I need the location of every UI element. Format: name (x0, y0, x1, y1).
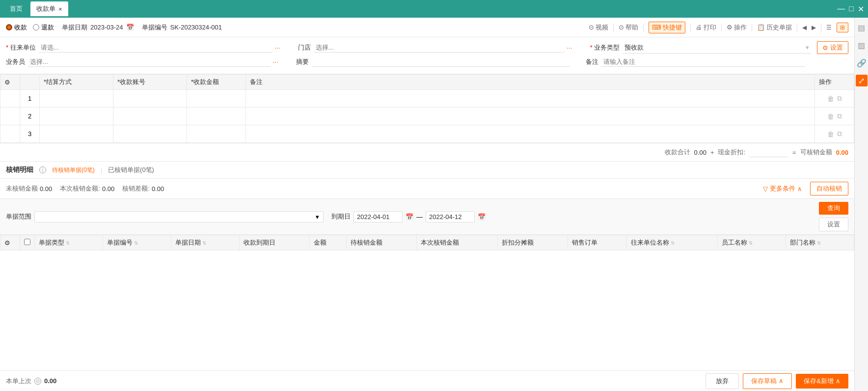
table-cell-amount-1[interactable] (187, 90, 246, 108)
wo-doctype-header[interactable]: 单据类型 (35, 235, 103, 251)
business-type-arrow-icon: ▾ (806, 44, 809, 51)
save-draft-button[interactable]: 保存草稿 ∧ (743, 373, 792, 389)
right-panel-icon-3[interactable]: 🔗 (856, 57, 868, 69)
layout-icon1[interactable]: ☰ (826, 24, 832, 31)
table-cell-remark-1[interactable] (246, 90, 815, 108)
form-settings-button[interactable]: ⚙ 设置 (817, 41, 848, 54)
table-cell-remark-2[interactable] (246, 108, 815, 125)
calendar-from-icon[interactable]: 📅 (406, 213, 413, 221)
table-cell-account-1[interactable] (113, 90, 187, 108)
counterparty-input[interactable] (39, 43, 273, 53)
right-panel-icon-1[interactable]: ▤ (856, 22, 868, 33)
next-icon[interactable]: ▶ (812, 24, 816, 31)
wo-dept-header[interactable]: 部门名称 (786, 235, 854, 251)
radio-receive[interactable]: 收款 (6, 23, 27, 32)
remark-input[interactable] (601, 57, 805, 67)
counterparty-more-icon[interactable]: ··· (272, 44, 282, 52)
table-cell-amount-2[interactable] (187, 108, 246, 125)
pending-writeoff-tab[interactable]: 待核销单据(0笔) (52, 166, 95, 174)
right-panel-icon-4[interactable]: ⤢ (856, 75, 868, 86)
select-all-checkbox[interactable] (24, 239, 30, 245)
staff-input[interactable] (28, 57, 271, 67)
current-stat: 本次核销金额: 0.00 (60, 184, 114, 193)
chevron-up-icon: ∧ (797, 185, 802, 193)
doc-type-radio: 收款 退款 (6, 23, 54, 32)
doc-range-label: 单据范围 (6, 212, 31, 221)
delete-row-icon[interactable]: 🗑 (827, 95, 834, 103)
net-value: 0.00 (836, 149, 848, 156)
table-cell-settle-2[interactable] (40, 108, 113, 125)
prev-next-info-icon[interactable]: ⊙ (34, 378, 41, 385)
business-type-select[interactable]: 预收款 ▾ (623, 42, 811, 54)
print-link[interactable]: 🖨 打印 (696, 23, 716, 32)
video-link[interactable]: ⊙ 视频 (589, 23, 608, 32)
more-conditions-link[interactable]: ▽ 更多条件 ∧ (763, 184, 802, 193)
filter-setting-button[interactable]: 设置 (819, 218, 848, 231)
copy-row-icon[interactable]: ⧉ (837, 94, 842, 103)
diff-value: 0.00 (152, 185, 164, 193)
table-cell-account-2[interactable] (113, 108, 187, 125)
help-link[interactable]: ⊙ 帮助 (619, 23, 638, 32)
toolbar-right-actions: ⊙ 视频 ⊙ 帮助 ⌨ 快捷键 🖨 打印 (589, 22, 848, 33)
counterparty-label: * 往来单位 (6, 43, 39, 52)
history-link[interactable]: 📋 历史单据 (757, 23, 792, 32)
net-label: 可核销金额 (800, 148, 832, 157)
window-max-icon[interactable]: □ (849, 4, 854, 13)
writeoff-info-icon[interactable]: i (39, 167, 46, 173)
help-icon: ⊙ (619, 24, 624, 31)
unwritten-label: 未核销金额 (6, 184, 38, 193)
doc-range-select[interactable]: ▾ (34, 211, 324, 223)
table-gear-header[interactable]: ⚙ (0, 75, 20, 90)
radio-refund[interactable]: 退款 (33, 23, 54, 32)
table-cell-settle-3[interactable] (40, 125, 113, 143)
window-min-icon[interactable]: — (837, 4, 845, 13)
save-new-arrow-icon: ∧ (836, 377, 841, 385)
delete-row-3-icon[interactable]: 🗑 (827, 130, 834, 138)
date-from-input[interactable] (353, 211, 403, 223)
staff-more-icon[interactable]: ··· (271, 58, 280, 66)
active-tab[interactable]: 收款单 × (30, 1, 68, 16)
close-tab-icon[interactable]: × (58, 5, 62, 13)
delete-row-2-icon[interactable]: 🗑 (827, 112, 834, 120)
table-action-header: 操作 (815, 75, 854, 90)
sum-label: 收款合计 (665, 148, 690, 157)
summary-input[interactable] (312, 57, 570, 67)
operations-icon: ⚙ (727, 24, 732, 31)
calendar-icon[interactable]: 📅 (126, 24, 134, 31)
operations-link[interactable]: ⚙ 操作 (727, 23, 747, 32)
prev-icon[interactable]: ◀ (802, 24, 807, 31)
auto-writeoff-button[interactable]: 自动核销 (810, 182, 848, 196)
wo-amount-header: 金额 (309, 235, 346, 251)
wo-staff-header[interactable]: 员工名称 (717, 235, 786, 251)
discount-input[interactable] (749, 147, 788, 157)
right-panel-icon-2[interactable]: ▨ (856, 39, 868, 51)
home-tab[interactable]: 首页 (4, 1, 28, 16)
table-cell-settle-1[interactable] (40, 90, 113, 108)
toolbar: 收款 退款 单据日期 2023-03-24 📅 单据编号 SK-20230324… (0, 18, 854, 37)
done-writeoff-tab[interactable]: 已核销单据(0笔) (108, 166, 154, 174)
shortcut-link[interactable]: ⌨ 快捷键 (649, 22, 685, 33)
wo-salesorder-header: 销售订单 (568, 235, 627, 251)
window-close-icon[interactable]: ✕ (858, 4, 864, 14)
date-to-input[interactable] (426, 211, 475, 223)
copy-row-2-icon[interactable]: ⧉ (837, 112, 842, 120)
query-button[interactable]: 查询 (819, 202, 848, 215)
writeoff-table-wrap: ⚙ 单据类型 单据编号 单据日期 收款到期日 金额 待核销金额 本次核销金额 折… (0, 235, 854, 370)
layout-icon2[interactable]: ⊞ (837, 23, 848, 32)
staff-label: 业务员 (6, 57, 28, 66)
wo-docnum-header[interactable]: 单据编号 (103, 235, 171, 251)
store-input[interactable] (314, 43, 565, 53)
save-new-button[interactable]: 保存&新增 ∧ (796, 374, 848, 389)
writeoff-stats: 未核销金额 0.00 本次核销金额: 0.00 核销差额: 0.00 ▽ 更多条… (0, 179, 854, 198)
copy-row-3-icon[interactable]: ⧉ (837, 130, 842, 138)
discard-button[interactable]: 放弃 (705, 373, 739, 389)
table-cell-account-3[interactable] (113, 125, 187, 143)
calendar-to-icon[interactable]: 📅 (478, 213, 486, 221)
doc-date-field: 单据日期 2023-03-24 📅 (62, 23, 134, 32)
wo-gear-header[interactable]: ⚙ (0, 235, 20, 251)
wo-counterparty-header[interactable]: 往来单位名称 (627, 235, 717, 251)
table-cell-amount-3[interactable] (187, 125, 246, 143)
store-more-icon[interactable]: ··· (565, 44, 574, 52)
table-cell-remark-3[interactable] (246, 125, 815, 143)
wo-docdate-header[interactable]: 单据日期 (171, 235, 240, 251)
